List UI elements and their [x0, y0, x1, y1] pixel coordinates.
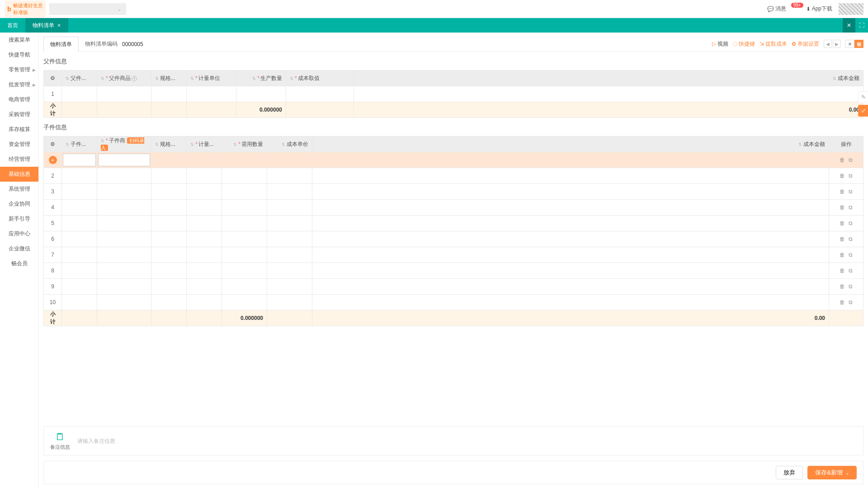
child-row[interactable]: 10🗑⧉: [44, 295, 863, 310]
sidebar-item-label: 资金管理: [9, 141, 30, 148]
col-child-spec[interactable]: ⇅规格...: [151, 136, 187, 152]
child-product-input[interactable]: [98, 154, 150, 166]
delete-row-icon[interactable]: 🗑: [840, 188, 845, 195]
app-download-link[interactable]: ⬇ App下载: [806, 5, 832, 13]
sidebar-item-search-menu[interactable]: 搜索菜单: [0, 33, 38, 47]
col-parent-qty[interactable]: ⇅*生产数量: [236, 70, 286, 86]
delete-row-icon[interactable]: 🗑: [840, 173, 845, 179]
tab-close-all[interactable]: ✕: [843, 18, 855, 33]
col-child-qty[interactable]: ⇅*需用数量: [222, 136, 267, 152]
tab-bom[interactable]: 物料清单 ✕: [25, 18, 68, 33]
copy-row-icon[interactable]: ⧉: [849, 173, 853, 179]
nav-arrows: ◀ ▶: [824, 40, 841, 48]
sub-tab-bom[interactable]: 物料清单: [43, 37, 79, 52]
avatar[interactable]: [839, 3, 863, 15]
child-row[interactable]: 4🗑⧉: [44, 200, 863, 216]
sidebar-item-apps[interactable]: 应用中心: [0, 226, 38, 241]
parent-row[interactable]: 1: [44, 86, 863, 102]
sidebar-item-purchase[interactable]: 采购管理: [0, 107, 38, 122]
view-toggles: ≡ ▦: [845, 40, 863, 48]
child-row[interactable]: 8🗑⧉: [44, 263, 863, 279]
next-arrow-icon[interactable]: ▶: [833, 40, 841, 48]
messages-link[interactable]: 💬 消息 99+: [767, 5, 800, 13]
primary-dock-icon[interactable]: ⤢: [858, 105, 868, 117]
brand-mark-icon: b: [7, 5, 11, 13]
col-child-price[interactable]: ⇅成本单价: [267, 136, 312, 152]
delete-row-icon[interactable]: 🗑: [840, 204, 845, 211]
sidebar-item-wechat[interactable]: 企业微信: [0, 241, 38, 256]
col-parent-product[interactable]: ⇅*父件商品?: [97, 70, 151, 86]
col-child-product[interactable]: ⇅*子件商扫码录入: [97, 136, 151, 152]
copy-row-icon[interactable]: ⧉: [849, 267, 853, 274]
copy-row-icon[interactable]: ⧉: [849, 220, 853, 226]
col-child-cost-amt[interactable]: ⇅成本金额: [312, 136, 829, 152]
child-code-input[interactable]: [63, 154, 96, 166]
doc-meta: 物料清单编码 0000005: [85, 37, 143, 52]
parent-table: ⚙ ⇅父件... ⇅*父件商品? ⇅规格... ⇅*计量单位 ⇅*生产数量 ⇅*…: [43, 70, 863, 118]
prev-arrow-icon[interactable]: ◀: [824, 40, 832, 48]
child-row[interactable]: 5🗑⧉: [44, 216, 863, 231]
col-parent-code[interactable]: ⇅父件...: [62, 70, 97, 86]
child-table: ⚙ ⇅子件... ⇅*子件商扫码录入 ⇅规格... ⇅*计量... ⇅*需用数量…: [43, 136, 863, 326]
sidebar-item-inventory[interactable]: 库存核算: [0, 122, 38, 137]
tab-home[interactable]: 首页: [0, 18, 25, 33]
tab-expand[interactable]: ⛶: [855, 18, 868, 33]
delete-row-icon[interactable]: 🗑: [840, 157, 845, 163]
child-row[interactable]: 6🗑⧉: [44, 231, 863, 247]
copy-row-icon[interactable]: ⧉: [849, 204, 853, 211]
sidebar-item-ecommerce[interactable]: 电商管理: [0, 92, 38, 107]
act-extract-cost[interactable]: ⇲提取成本: [760, 40, 787, 48]
remark-label: 备注信息: [50, 444, 70, 450]
col-child-unit[interactable]: ⇅*计量...: [187, 136, 222, 152]
copy-row-icon[interactable]: ⧉: [849, 299, 853, 305]
edit-dock-icon[interactable]: ✎: [858, 91, 868, 103]
sidebar-item-retail[interactable]: 零售管理▶: [0, 62, 38, 77]
sidebar-item-guide[interactable]: 新手引导: [0, 211, 38, 226]
col-parent-unit[interactable]: ⇅*计量单位: [187, 70, 236, 86]
col-parent-spec[interactable]: ⇅规格...: [151, 70, 187, 86]
save-new-button[interactable]: 保存&新增⌄: [807, 466, 857, 479]
company-selector[interactable]: ⌄: [49, 3, 126, 15]
copy-row-icon[interactable]: ⧉: [849, 236, 853, 242]
remark-input[interactable]: [77, 438, 857, 444]
sidebar-item-operation[interactable]: 经营管理: [0, 152, 38, 167]
view-detail-icon[interactable]: ▦: [854, 40, 863, 48]
sidebar-item-quick-nav[interactable]: 快捷导航: [0, 47, 38, 62]
copy-row-icon[interactable]: ⧉: [849, 157, 853, 163]
act-doc-setting[interactable]: ✿单据设置: [792, 40, 819, 48]
add-row-icon[interactable]: +: [49, 156, 57, 164]
child-row[interactable]: +🗑⧉: [44, 152, 863, 168]
gear-col[interactable]: ⚙: [44, 70, 62, 86]
gear-col[interactable]: ⚙: [44, 136, 62, 152]
delete-row-icon[interactable]: 🗑: [840, 299, 845, 305]
child-row[interactable]: 2🗑⧉: [44, 168, 863, 184]
copy-row-icon[interactable]: ⧉: [849, 283, 853, 290]
view-list-icon[interactable]: ≡: [845, 40, 854, 48]
sidebar-item-wholesale[interactable]: 批发管理▶: [0, 77, 38, 92]
close-icon[interactable]: ✕: [57, 23, 61, 28]
col-parent-cost-amt[interactable]: ⇅成本金额: [354, 70, 863, 86]
act-hotkey[interactable]: ◌快捷键: [733, 40, 755, 48]
copy-row-icon[interactable]: ⧉: [849, 252, 853, 258]
delete-row-icon[interactable]: 🗑: [840, 267, 845, 274]
subtotal-label: 小计: [44, 310, 62, 326]
sidebar-item-finance[interactable]: 资金管理: [0, 137, 38, 152]
discard-button[interactable]: 放弃: [776, 466, 803, 479]
col-child-code[interactable]: ⇅子件...: [62, 136, 97, 152]
sidebar-item-label: 批发管理: [9, 81, 30, 89]
brand-edition: 标准版: [13, 9, 28, 15]
copy-row-icon[interactable]: ⧉: [849, 188, 853, 195]
delete-row-icon[interactable]: 🗑: [840, 236, 845, 242]
col-parent-cost-src[interactable]: ⇅*成本取值: [286, 70, 354, 86]
child-row[interactable]: 7🗑⧉: [44, 247, 863, 263]
sidebar-item-system[interactable]: 系统管理: [0, 182, 38, 197]
sidebar-item-member[interactable]: 畅会员: [0, 256, 38, 271]
delete-row-icon[interactable]: 🗑: [840, 283, 845, 290]
child-row[interactable]: 3🗑⧉: [44, 184, 863, 200]
delete-row-icon[interactable]: 🗑: [840, 220, 845, 226]
act-video[interactable]: ▷视频: [712, 40, 728, 48]
sidebar-item-coop[interactable]: 企业协同: [0, 197, 38, 211]
delete-row-icon[interactable]: 🗑: [840, 252, 845, 258]
child-row[interactable]: 9🗑⧉: [44, 279, 863, 295]
sidebar-item-basic[interactable]: 基础信息: [0, 167, 38, 182]
